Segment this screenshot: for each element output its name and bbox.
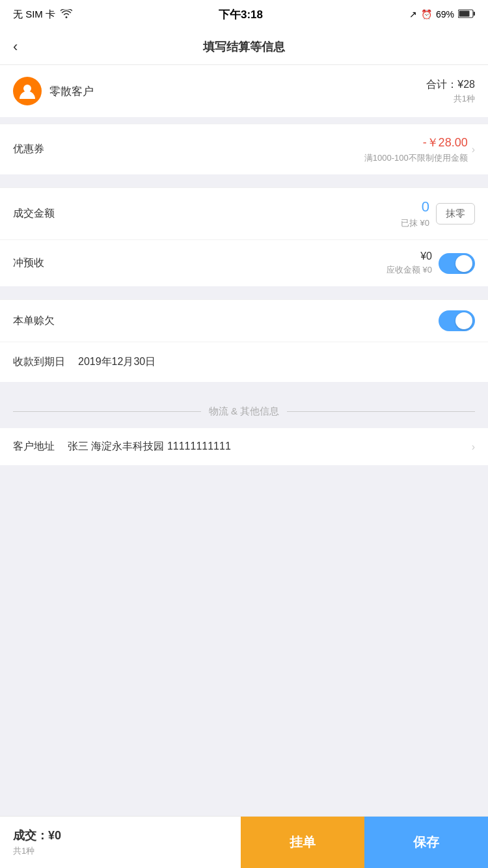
customer-name: 零散客户 <box>49 84 94 99</box>
bottom-info: 成交：¥0 共1种 <box>0 828 241 857</box>
prepay-value: ¥0 <box>386 251 432 262</box>
bottom-bar: 成交：¥0 共1种 挂单 保存 <box>0 816 488 868</box>
alarm-icon: ⏰ <box>421 9 432 20</box>
bottom-deal-text: 成交：¥0 <box>13 828 228 843</box>
bottom-count: 共1种 <box>13 845 228 857</box>
prepay-sub: 应收金额 ¥0 <box>386 264 432 276</box>
wifi-icon <box>61 9 72 20</box>
prepay-row: 冲预收 ¥0 应收金额 ¥0 <box>0 239 488 286</box>
customer-right: 合计：¥28 共1种 <box>426 78 475 105</box>
debit-right <box>439 310 475 331</box>
prepay-right: ¥0 应收金额 ¥0 <box>386 251 475 276</box>
coupon-row[interactable]: 优惠券 -￥28.00 满1000-100不限制使用金额 › <box>0 124 488 174</box>
nav-bar: ‹ 填写结算等信息 <box>0 29 488 65</box>
deal-amount-sub: 已抹 ¥0 <box>401 217 429 229</box>
debit-card: 本单赊欠 收款到期日 2019年12月30日 <box>0 299 488 382</box>
logistics-label: 物流 & 其他信息 <box>209 405 279 418</box>
debit-row: 本单赊欠 <box>0 299 488 342</box>
section-divider-3 <box>0 388 488 395</box>
due-date-row: 收款到期日 2019年12月30日 <box>0 342 488 382</box>
customer-left: 零散客户 <box>13 77 94 105</box>
section-divider-1 <box>0 181 488 187</box>
customer-card: 零散客户 合计：¥28 共1种 <box>0 65 488 117</box>
save-button[interactable]: 保存 <box>364 817 488 869</box>
status-bar: 无 SIM 卡 下午3:18 ↗ ⏰ 69% <box>0 0 488 29</box>
status-time: 下午3:18 <box>219 7 263 22</box>
address-row[interactable]: 客户地址 张三 海淀永丰科技园 11111111111 › <box>0 428 488 465</box>
deal-amount-label: 成交金额 <box>13 207 55 221</box>
chevron-right-icon: › <box>472 144 475 156</box>
coupon-right: -￥28.00 满1000-100不限制使用金额 › <box>364 135 475 164</box>
prepay-label: 冲预收 <box>13 256 44 270</box>
status-left: 无 SIM 卡 <box>13 8 72 21</box>
customer-total: 合计：¥28 <box>426 78 475 92</box>
prepay-amount-col: ¥0 应收金额 ¥0 <box>386 251 432 276</box>
battery-icon <box>458 9 475 20</box>
coupon-subtext: 满1000-100不限制使用金额 <box>364 152 468 164</box>
svg-rect-1 <box>473 12 475 16</box>
bottom-deal-value: ¥0 <box>48 829 61 842</box>
deal-amount-right: 0 已抹 ¥0 抹零 <box>401 198 475 229</box>
customer-count: 共1种 <box>426 93 475 105</box>
coupon-label: 优惠券 <box>13 142 44 156</box>
deal-amount-card: 成交金额 0 已抹 ¥0 抹零 冲预收 ¥0 应收金额 ¥0 <box>0 187 488 286</box>
address-label: 客户地址 <box>13 440 55 454</box>
no-sim-text: 无 SIM 卡 <box>13 8 55 21</box>
due-date-label: 收款到期日 <box>13 355 65 369</box>
deal-amount-row: 成交金额 0 已抹 ¥0 抹零 <box>0 187 488 239</box>
address-chevron-icon: › <box>472 441 475 453</box>
debit-label: 本单赊欠 <box>13 314 55 328</box>
coupon-amount-col: -￥28.00 满1000-100不限制使用金额 <box>364 135 468 164</box>
section-divider-2 <box>0 293 488 299</box>
customer-avatar <box>13 77 42 105</box>
deal-amount-col: 0 已抹 ¥0 <box>401 198 429 229</box>
customer-row: 零散客户 合计：¥28 共1种 <box>0 65 488 117</box>
address-value: 张三 海淀永丰科技园 11111111111 <box>68 440 472 454</box>
status-right: ↗ ⏰ 69% <box>409 9 475 20</box>
content-area: 零散客户 合计：¥28 共1种 优惠券 -￥28.00 满1000-100不限制… <box>0 65 488 660</box>
coupon-card: 优惠券 -￥28.00 满1000-100不限制使用金额 › <box>0 124 488 174</box>
prepay-toggle[interactable] <box>439 253 475 274</box>
round-zero-button[interactable]: 抹零 <box>436 203 475 224</box>
logistics-separator: 物流 & 其他信息 <box>0 395 488 428</box>
hang-order-button[interactable]: 挂单 <box>241 817 364 869</box>
page-title: 填写结算等信息 <box>203 39 285 55</box>
back-button[interactable]: ‹ <box>13 38 18 55</box>
svg-rect-2 <box>459 10 469 16</box>
battery-text: 69% <box>436 9 454 20</box>
deal-amount-value: 0 <box>401 198 429 215</box>
bottom-deal-label: 成交： <box>13 829 48 842</box>
address-card: 客户地址 张三 海淀永丰科技园 11111111111 › <box>0 428 488 465</box>
coupon-discount: -￥28.00 <box>364 135 468 150</box>
empty-space <box>0 472 488 602</box>
debit-toggle[interactable] <box>439 310 475 331</box>
location-icon: ↗ <box>409 9 417 20</box>
due-date-value: 2019年12月30日 <box>78 355 156 369</box>
